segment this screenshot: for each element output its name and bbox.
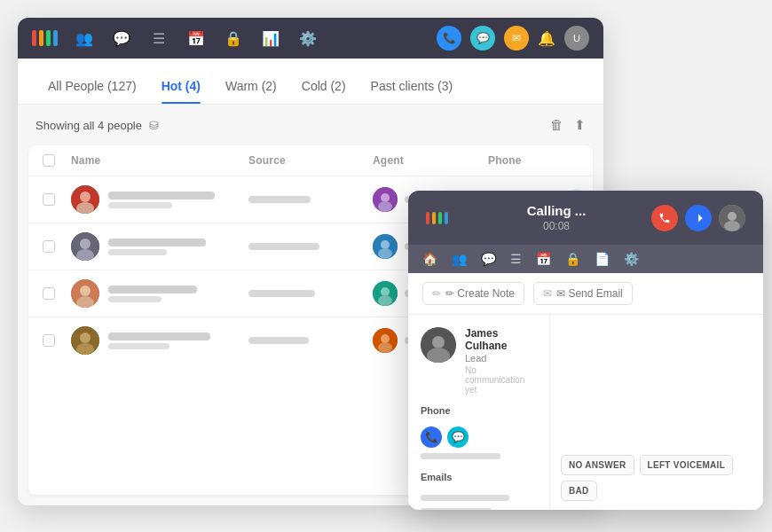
logo-stripe-orange	[39, 30, 43, 46]
email-status-dot[interactable]: ✉	[504, 26, 529, 51]
svg-point-5	[378, 201, 392, 212]
row2-agent-avatar	[373, 234, 398, 259]
row4-name-sub-bar	[108, 343, 169, 349]
filter-bar: Showing all 4 people ⛁ 🗑 ⬆	[18, 105, 603, 145]
phone-call-icon[interactable]: 📞	[421, 426, 442, 448]
row2-source-bar	[248, 243, 319, 250]
toolbar-people-icon[interactable]: 👥	[452, 252, 467, 266]
svg-point-26	[724, 221, 740, 231]
row1-name-sub-bar	[108, 202, 172, 208]
svg-point-28	[432, 336, 445, 348]
filter-icon[interactable]: ⛁	[149, 119, 159, 132]
create-note-button[interactable]: ✏ ✏ Create Note	[422, 282, 524, 305]
nav-messages-icon[interactable]: 💬	[111, 27, 132, 49]
row3-agent-avatar	[373, 281, 398, 306]
row4-agent-avatar	[373, 328, 398, 353]
forward-call-button[interactable]	[685, 205, 712, 231]
nav-people-icon[interactable]: 👥	[74, 27, 95, 49]
logo-stripe-blue	[53, 30, 58, 46]
logo-stripe-red	[32, 30, 36, 46]
phone-sms-icon[interactable]: 💬	[447, 426, 469, 448]
tab-warm[interactable]: Warm (2)	[213, 66, 289, 104]
col-checkbox	[43, 154, 71, 167]
row1-avatar	[71, 185, 99, 214]
send-email-button[interactable]: ✉ ✉ Send Email	[533, 282, 633, 305]
row2-checkbox[interactable]	[43, 240, 71, 253]
nav-calendar-icon[interactable]: 📅	[185, 27, 207, 49]
toolbar-list-icon[interactable]: ☰	[510, 252, 522, 266]
tab-cold[interactable]: Cold (2)	[289, 66, 358, 104]
toolbar-home-icon[interactable]: 🏠	[422, 252, 437, 266]
envelope-icon: ✉	[543, 287, 552, 300]
nav-settings-icon[interactable]: ⚙️	[297, 27, 319, 49]
row3-name-cell	[71, 279, 248, 308]
row4-source-cell	[248, 337, 373, 344]
row3-name-block	[108, 286, 197, 302]
col-source: Source	[248, 154, 373, 167]
row3-avatar	[71, 279, 99, 308]
tab-hot[interactable]: Hot (4)	[149, 66, 213, 104]
end-call-button[interactable]	[651, 205, 678, 231]
col-phone: Phone	[488, 154, 593, 167]
create-note-label: ✏ Create Note	[445, 287, 515, 300]
emails-section-label: Emails	[421, 472, 537, 482]
calling-logo	[426, 212, 448, 224]
svg-point-13	[80, 286, 91, 296]
toolbar-message-icon[interactable]: 💬	[481, 252, 496, 266]
row3-checkbox[interactable]	[43, 287, 71, 300]
row4-source-bar	[248, 337, 309, 344]
calling-logo-stripe1	[426, 212, 429, 224]
showing-count-text: Showing all 4 people	[35, 119, 142, 132]
row2-source-cell	[248, 243, 373, 250]
header-checkbox[interactable]	[43, 154, 55, 167]
row1-name-cell	[71, 185, 248, 214]
svg-point-16	[381, 287, 390, 296]
contact-panel: James Culhane Lead No communication yet …	[408, 315, 550, 510]
svg-point-10	[381, 240, 390, 249]
nav-lock-icon[interactable]: 🔒	[223, 27, 244, 49]
calling-info: Calling ... 00:08	[461, 203, 651, 232]
svg-point-23	[378, 342, 392, 353]
row1-name-bar	[108, 192, 215, 200]
toolbar-lock-icon[interactable]: 🔒	[565, 252, 580, 266]
svg-point-7	[80, 239, 91, 249]
tab-all-people[interactable]: All People (127)	[35, 66, 149, 104]
export-icon[interactable]: ⬆	[574, 117, 586, 133]
svg-point-25	[728, 212, 737, 221]
row1-checkbox[interactable]	[43, 193, 71, 206]
notification-bell[interactable]: 🔔	[538, 30, 555, 47]
row3-name-sub-bar	[108, 296, 161, 302]
contact-avatar	[421, 327, 456, 363]
phone-status-dot[interactable]: 📞	[437, 26, 461, 51]
row2-name-block	[108, 239, 206, 255]
calling-title: Calling ...	[461, 203, 651, 218]
bad-outcome-button[interactable]: BAD	[561, 481, 597, 501]
top-nav: 👥 💬 ☰ 📅 🔒 📊 ⚙️ 📞 💬 ✉ 🔔 U	[18, 18, 603, 59]
delete-filter-icon[interactable]: 🗑	[550, 117, 563, 133]
email-bar2	[421, 508, 492, 510]
calling-logo-stripe4	[445, 212, 448, 224]
col-name: Name	[71, 154, 248, 167]
table-header: Name Source Agent Phone Email	[28, 145, 593, 176]
nav-chart-icon[interactable]: 📊	[260, 27, 281, 49]
toolbar-calendar-icon[interactable]: 📅	[536, 252, 551, 266]
phone-section-label: Phone	[421, 405, 537, 416]
left-voicemail-button[interactable]: LEFT VOICEMAIL	[640, 455, 734, 475]
nav-right: 📞 💬 ✉ 🔔 U	[437, 26, 589, 51]
svg-point-4	[381, 193, 390, 202]
row1-agent-avatar	[373, 187, 398, 212]
filter-actions: 🗑 ⬆	[550, 117, 586, 133]
no-answer-button[interactable]: NO ANSWER	[561, 455, 634, 475]
user-avatar-nav[interactable]: U	[564, 26, 589, 51]
row2-name-sub-bar	[108, 249, 167, 255]
tab-past-clients[interactable]: Past clients (3)	[358, 66, 466, 104]
toolbar-doc-icon[interactable]: 📄	[595, 252, 610, 266]
nav-list-icon[interactable]: ☰	[148, 27, 169, 49]
chat-status-dot[interactable]: 💬	[470, 26, 495, 51]
calling-contact-avatar-small	[719, 205, 745, 231]
emails-section-data	[421, 493, 537, 510]
contact-header: James Culhane Lead No communication yet	[421, 327, 537, 395]
toolbar-settings-icon[interactable]: ⚙️	[624, 252, 639, 266]
row4-checkbox[interactable]	[43, 334, 71, 347]
calling-controls	[651, 205, 745, 231]
